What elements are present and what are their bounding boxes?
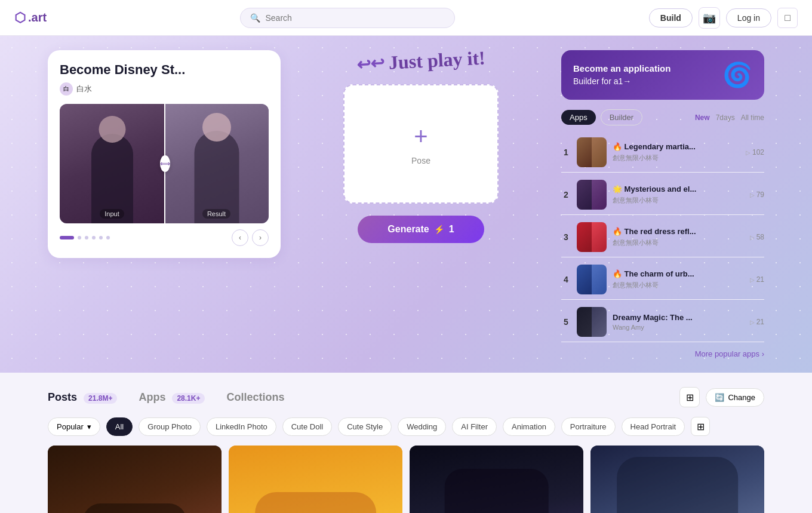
grid-item[interactable] — [48, 446, 222, 513]
ranking-item[interactable]: 1 🔥 Legendary martia... 創意無限小林哥 ▷ 102 — [561, 133, 764, 173]
nav-buttons: ‹ › — [232, 229, 269, 246]
filter-cute-doll[interactable]: Cute Doll — [282, 417, 332, 436]
expand-icon: ⊞ — [697, 421, 705, 432]
dot-1 — [78, 236, 81, 239]
tab-apps[interactable]: Apps 28.1K+ — [129, 391, 217, 404]
card-title: Become Disney St... — [60, 62, 269, 78]
rank-info: 🌟 Mysterious and el... 創意無限小林哥 — [613, 185, 744, 205]
doc-button[interactable]: □ — [777, 8, 798, 28]
filter-row: Popular ▾ All Group Photo LinkedIn Photo… — [48, 417, 764, 436]
filter-portraiture[interactable]: Portraiture — [561, 417, 616, 436]
search-input[interactable] — [265, 13, 445, 23]
rank-title: 🔥 The charm of urb... — [613, 269, 744, 279]
logo-text: .art — [28, 11, 47, 24]
posts-tabs: Posts 21.8M+ Apps 28.1K+ Collections — [48, 391, 679, 404]
rank-author: 創意無限小林哥 — [613, 281, 744, 290]
instagram-button[interactable]: 📷 — [699, 7, 720, 29]
middle-section: ↩↩ Just play it! + Pose Generate ⚡ 1 — [293, 50, 549, 243]
header-right: Build 📷 Log in □ — [649, 7, 798, 29]
filter-new[interactable]: New — [695, 113, 710, 122]
image-compare: Input ⟺ Result — [60, 104, 269, 223]
filter-group-photo[interactable]: Group Photo — [139, 417, 201, 436]
grid-item[interactable] — [410, 446, 583, 513]
ranking-item[interactable]: 2 🌟 Mysterious and el... 創意無限小林哥 ▷ 79 — [561, 175, 764, 215]
rank-thumbnail — [577, 137, 607, 167]
chevron-down-icon: ▾ — [87, 422, 91, 431]
filter-more-button[interactable]: ⊞ — [691, 417, 710, 436]
promo-banner[interactable]: Become an application Builder for a1→ 🌀 — [561, 50, 764, 100]
posts-header: Posts 21.8M+ Apps 28.1K+ Collections ⊞ 🔄… — [48, 387, 764, 407]
rank-number: 2 — [561, 190, 571, 199]
dot-active — [60, 236, 74, 239]
layout-icon[interactable]: ⊞ — [679, 387, 700, 407]
filter-wedding[interactable]: Wedding — [398, 417, 446, 436]
filter-all[interactable]: All — [106, 417, 133, 436]
tab-builder[interactable]: Builder — [601, 109, 642, 125]
play-icon: ▷ — [746, 149, 751, 156]
rank-title: 🔥 Legendary martia... — [613, 142, 740, 152]
filter-linkedin[interactable]: LinkedIn Photo — [207, 417, 276, 436]
card-author: 白 白水 — [60, 82, 269, 96]
rank-info: Dreamy Magic: The ... Wang Amy — [613, 313, 744, 331]
promo-subtitle: Builder for a1→ — [573, 75, 670, 88]
dot-2 — [85, 236, 88, 239]
next-button[interactable]: › — [252, 229, 269, 246]
filter-7days[interactable]: 7days — [716, 113, 735, 122]
pagination-dots: ‹ › — [60, 229, 269, 246]
posts-badge: 21.8M+ — [84, 393, 117, 404]
promo-title: Become an application — [573, 62, 670, 76]
arrow-icon: ↩↩ — [356, 53, 385, 74]
change-button[interactable]: 🔄 Change — [706, 388, 764, 407]
play-icon: ▷ — [750, 319, 755, 325]
result-image: Result — [164, 104, 269, 223]
instagram-icon: 📷 — [703, 11, 716, 24]
filter-ai[interactable]: AI Filter — [452, 417, 497, 436]
upload-box[interactable]: + Pose — [343, 84, 499, 204]
filter-animation[interactable]: Animation — [503, 417, 555, 436]
lightning-icon: ⚡ — [434, 225, 444, 234]
author-name: 白水 — [76, 84, 92, 94]
ranking-item[interactable]: 3 🔥 The red dress refl... 創意無限小林哥 ▷ 58 — [561, 217, 764, 257]
filter-cute-style[interactable]: Cute Style — [338, 417, 392, 436]
hero-section: Become Disney St... 白 白水 Input ⟺ Result — [0, 36, 812, 373]
rank-number: 4 — [561, 275, 571, 284]
rank-number: 3 — [561, 232, 571, 242]
ranking-item[interactable]: 4 🔥 The charm of urb... 創意無限小林哥 ▷ 21 — [561, 260, 764, 300]
prev-button[interactable]: ‹ — [232, 229, 248, 246]
rank-plays: ▷ 21 — [750, 318, 764, 326]
app-card: Become Disney St... 白 白水 Input ⟺ Result — [48, 50, 281, 258]
more-apps-link[interactable]: More popular apps › — [561, 349, 764, 358]
rank-thumbnail — [577, 180, 607, 210]
rank-plays: ▷ 79 — [750, 191, 764, 199]
rank-thumbnail — [577, 265, 607, 294]
rank-plays: ▷ 58 — [750, 233, 764, 241]
tagline: ↩↩ Just play it! — [356, 47, 485, 75]
tab-collections[interactable]: Collections — [217, 391, 296, 404]
rank-number: 5 — [561, 317, 571, 327]
logo[interactable]: ⬡ .art — [14, 10, 47, 26]
play-icon: ▷ — [750, 192, 755, 198]
tab-apps[interactable]: Apps — [561, 110, 596, 125]
generate-button[interactable]: Generate ⚡ 1 — [358, 216, 484, 243]
play-icon: ▷ — [750, 234, 755, 241]
header: ⬡ .art 🔍 Build 📷 Log in □ — [0, 0, 812, 36]
sort-select[interactable]: Popular ▾ — [48, 417, 100, 436]
rank-plays: ▷ 21 — [750, 275, 764, 284]
avatar: 白 — [60, 82, 73, 96]
filter-alltime[interactable]: All time — [741, 113, 764, 122]
filter-head-portrait[interactable]: Head Portrait — [622, 417, 685, 436]
ranking-item[interactable]: 5 Dreamy Magic: The ... Wang Amy ▷ 21 — [561, 302, 764, 342]
rank-author: 創意無限小林哥 — [613, 196, 744, 205]
login-button[interactable]: Log in — [726, 8, 771, 27]
build-button[interactable]: Build — [649, 8, 693, 27]
promo-icon: 🌀 — [722, 61, 752, 89]
apps-badge: 28.1K+ — [172, 393, 205, 404]
tab-posts[interactable]: Posts 21.8M+ — [48, 391, 129, 404]
search-bar[interactable]: 🔍 — [240, 8, 455, 28]
grid-item[interactable] — [590, 446, 764, 513]
posts-right: ⊞ 🔄 Change — [679, 387, 764, 407]
grid-item[interactable] — [229, 446, 402, 513]
rank-title: Dreamy Magic: The ... — [613, 313, 744, 323]
dot-3 — [92, 236, 96, 239]
rank-author: 創意無限小林哥 — [613, 238, 744, 247]
